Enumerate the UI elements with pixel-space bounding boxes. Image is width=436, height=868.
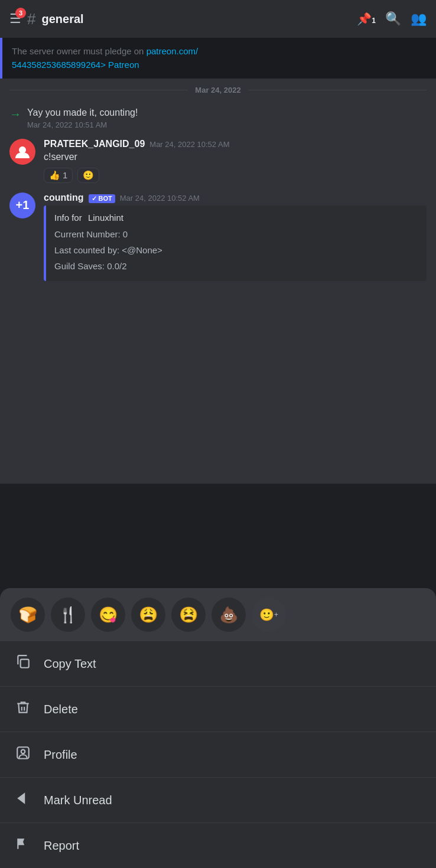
date-divider-text: Mar 24, 2022	[195, 86, 240, 94]
chat-area: The server owner must pledge on patreon.…	[0, 38, 436, 484]
emoji-btn-bread[interactable]: 🍞	[11, 598, 45, 632]
context-menu-overlay: 🍞 🍴 😋 😩 😫 💩 🙂+ Copy Text	[0, 588, 436, 868]
counting-bot-timestamp: Mar 24, 2022 10:52 AM	[120, 194, 200, 203]
top-bar-left: ☰ 3 # general	[9, 10, 351, 28]
add-reaction-btn[interactable]: 🙂	[77, 168, 99, 183]
counting-bot-message: +1 counting ✓ BOT Mar 24, 2022 10:52 AM …	[0, 188, 436, 286]
svg-rect-1	[21, 660, 29, 668]
channel-hash-icon: #	[27, 10, 35, 28]
prateek-message-header: PRATEEK_JANGID_09 Mar 24, 2022 10:52 AM	[44, 139, 427, 149]
channel-name: general	[41, 12, 83, 26]
counting-bot-header: counting ✓ BOT Mar 24, 2022 10:52 AM	[44, 192, 427, 203]
date-divider-line-left	[9, 90, 188, 90]
svg-marker-4	[17, 792, 25, 804]
mark-unread-label: Mark Unread	[44, 794, 112, 807]
prateek-message-text: c!server	[44, 151, 427, 164]
copy-text-label: Copy Text	[44, 657, 96, 671]
notification-badge: 3	[15, 8, 26, 18]
prateek-message-content: PRATEEK_JANGID_09 Mar 24, 2022 10:52 AM …	[44, 139, 427, 182]
prateek-avatar	[9, 139, 35, 165]
counting-bot-embed: Info for Linuxhint Current Number: 0 Las…	[44, 205, 427, 281]
members-icon[interactable]: 👥	[411, 11, 427, 27]
system-message-text: Yay you made it, counting!	[27, 107, 138, 118]
report-label: Report	[44, 839, 79, 853]
reaction-count: 1	[63, 170, 67, 180]
mark-unread-item[interactable]: Mark Unread	[0, 778, 436, 823]
patreon-notice: The server owner must pledge on patreon.…	[0, 38, 436, 79]
emoji-btn-poop[interactable]: 💩	[212, 598, 246, 632]
embed-last-counted: Last counted by: <@None>	[54, 242, 418, 258]
bot-checkmark: ✓	[92, 195, 97, 203]
counting-bot-username: counting	[44, 192, 84, 203]
profile-icon	[14, 745, 32, 764]
emoji-reaction-bar: 🍞 🍴 😋 😩 😫 💩 🙂+	[0, 588, 436, 641]
date-divider-line-right	[248, 90, 427, 90]
add-reaction-emoji: 🙂	[83, 170, 94, 181]
hamburger-menu[interactable]: ☰ 3	[9, 11, 21, 27]
context-menu: Copy Text Delete	[0, 641, 436, 868]
search-icon[interactable]: 🔍	[385, 11, 401, 27]
report-item[interactable]: Report	[0, 823, 436, 868]
date-divider: Mar 24, 2022	[0, 79, 436, 102]
pinned-messages-icon[interactable]: 📌1	[357, 12, 376, 26]
emoji-btn-yum[interactable]: 😋	[91, 598, 125, 632]
emoji-btn-exhausted[interactable]: 😫	[171, 598, 206, 632]
top-bar-right: 📌1 🔍 👥	[357, 11, 427, 27]
emoji-btn-tired[interactable]: 😩	[131, 598, 165, 632]
thumbs-up-emoji: 👍	[49, 170, 60, 181]
embed-guild-saves: Guild Saves: 0.0/2	[54, 258, 418, 274]
system-arrow-icon: →	[9, 107, 21, 121]
copy-text-icon	[14, 654, 32, 673]
delete-item[interactable]: Delete	[0, 687, 436, 732]
patreon-notice-text: The server owner must pledge on	[12, 46, 147, 56]
emoji-btn-fork[interactable]: 🍴	[51, 598, 85, 632]
bot-label: BOT	[99, 195, 112, 202]
system-message: → Yay you made it, counting! Mar 24, 202…	[0, 102, 436, 134]
emoji-btn-add-custom[interactable]: 🙂+	[252, 598, 286, 632]
prateek-timestamp: Mar 24, 2022 10:52 AM	[149, 140, 229, 149]
delete-label: Delete	[44, 703, 78, 716]
bot-badge: ✓ BOT	[89, 194, 115, 203]
profile-label: Profile	[44, 748, 77, 762]
svg-point-3	[21, 750, 25, 754]
system-message-timestamp: Mar 24, 2022 10:51 AM	[27, 120, 427, 129]
embed-title: Info for Linuxhint	[54, 213, 418, 223]
prateek-message: PRATEEK_JANGID_09 Mar 24, 2022 10:52 AM …	[0, 134, 436, 187]
counting-bot-content: counting ✓ BOT Mar 24, 2022 10:52 AM Inf…	[44, 192, 427, 281]
profile-item[interactable]: Profile	[0, 732, 436, 778]
top-bar: ☰ 3 # general 📌1 🔍 👥	[0, 0, 436, 38]
counting-bot-avatar: +1	[9, 192, 35, 218]
mark-unread-icon	[14, 791, 32, 810]
embed-current-number: Current Number: 0	[54, 226, 418, 242]
report-icon	[14, 836, 32, 855]
prateek-username: PRATEEK_JANGID_09	[44, 139, 145, 149]
delete-icon	[14, 700, 32, 719]
prateek-reactions: 👍 1 🙂	[44, 168, 427, 183]
embed-title-value: Linuxhint	[88, 213, 123, 223]
thumbs-up-reaction[interactable]: 👍 1	[44, 168, 73, 183]
copy-text-item[interactable]: Copy Text	[0, 641, 436, 687]
system-message-content: Yay you made it, counting! Mar 24, 2022 …	[27, 106, 427, 129]
